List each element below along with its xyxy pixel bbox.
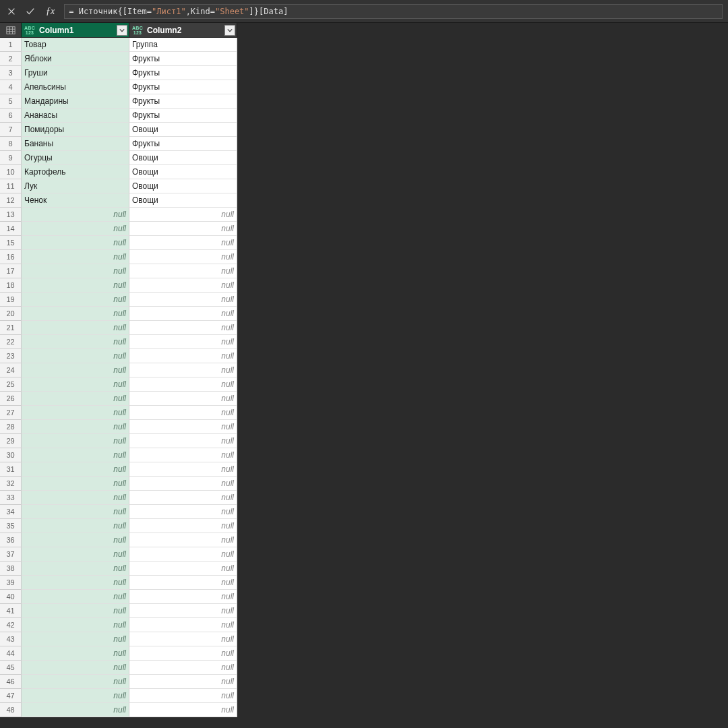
cell[interactable]: Овощи xyxy=(129,151,237,165)
cell[interactable]: null xyxy=(129,632,237,646)
cell[interactable]: null xyxy=(129,505,237,519)
column-type-button[interactable]: ABC123 xyxy=(129,23,146,37)
cell[interactable]: null xyxy=(22,675,129,689)
cell[interactable]: null xyxy=(22,562,129,576)
row-number[interactable]: 22 xyxy=(0,335,22,349)
cell[interactable]: null xyxy=(22,604,129,618)
cell[interactable]: null xyxy=(22,505,129,519)
row-number[interactable]: 38 xyxy=(0,562,22,576)
cell[interactable]: null xyxy=(22,646,129,661)
row-number[interactable]: 5 xyxy=(0,94,22,109)
row-number[interactable]: 43 xyxy=(0,632,22,646)
cell[interactable]: null xyxy=(129,576,237,590)
column-filter-button[interactable] xyxy=(117,25,127,36)
cell[interactable]: null xyxy=(22,278,129,293)
cell[interactable]: null xyxy=(129,675,237,689)
row-number[interactable]: 11 xyxy=(0,179,22,193)
cell[interactable]: Ананасы xyxy=(22,109,129,123)
cell[interactable]: null xyxy=(129,434,237,448)
cell[interactable]: Огурцы xyxy=(22,151,129,165)
cell[interactable]: null xyxy=(129,392,237,406)
cell[interactable]: null xyxy=(22,250,129,264)
cell[interactable]: null xyxy=(22,661,129,675)
cell[interactable]: null xyxy=(22,576,129,590)
cell[interactable]: null xyxy=(22,547,129,562)
cell[interactable]: null xyxy=(129,293,237,307)
row-number[interactable]: 35 xyxy=(0,519,22,533)
cell[interactable]: null xyxy=(129,462,237,477)
cell[interactable]: null xyxy=(129,236,237,250)
cell[interactable]: null xyxy=(22,618,129,632)
cell[interactable]: Помидоры xyxy=(22,123,129,137)
row-number[interactable]: 21 xyxy=(0,321,22,335)
row-number[interactable]: 45 xyxy=(0,661,22,675)
row-number[interactable]: 20 xyxy=(0,307,22,321)
row-number[interactable]: 13 xyxy=(0,208,22,222)
row-number[interactable]: 33 xyxy=(0,491,22,505)
row-number[interactable]: 37 xyxy=(0,547,22,562)
row-number[interactable]: 41 xyxy=(0,604,22,618)
cell[interactable]: Груши xyxy=(22,66,129,80)
cell[interactable]: null xyxy=(129,547,237,562)
row-number[interactable]: 8 xyxy=(0,137,22,151)
cell[interactable]: null xyxy=(129,363,237,377)
row-number[interactable]: 25 xyxy=(0,377,22,392)
row-number[interactable]: 28 xyxy=(0,420,22,434)
cell[interactable]: null xyxy=(22,293,129,307)
cell[interactable]: null xyxy=(129,562,237,576)
cell[interactable]: null xyxy=(22,377,129,392)
row-number[interactable]: 42 xyxy=(0,618,22,632)
row-number[interactable]: 9 xyxy=(0,151,22,165)
cell[interactable]: null xyxy=(22,363,129,377)
row-number[interactable]: 26 xyxy=(0,392,22,406)
cell[interactable]: null xyxy=(22,689,129,703)
row-number[interactable]: 47 xyxy=(0,689,22,703)
cell[interactable]: null xyxy=(22,590,129,604)
column-type-button[interactable]: ABC123 xyxy=(22,23,38,37)
cell[interactable]: null xyxy=(22,321,129,335)
cell[interactable]: null xyxy=(22,222,129,236)
cell[interactable]: null xyxy=(22,392,129,406)
row-number[interactable]: 3 xyxy=(0,66,22,80)
cell[interactable]: null xyxy=(129,377,237,392)
cell[interactable]: null xyxy=(22,477,129,491)
cell[interactable]: null xyxy=(129,604,237,618)
row-number[interactable]: 16 xyxy=(0,250,22,264)
row-number[interactable]: 39 xyxy=(0,576,22,590)
row-number[interactable]: 27 xyxy=(0,406,22,420)
cell[interactable]: null xyxy=(22,264,129,278)
cell[interactable]: null xyxy=(22,533,129,547)
cell[interactable]: Овощи xyxy=(129,179,237,193)
cell[interactable]: Лук xyxy=(22,179,129,193)
cell[interactable]: Ченок xyxy=(22,193,129,208)
cell[interactable]: null xyxy=(129,264,237,278)
row-number[interactable]: 14 xyxy=(0,222,22,236)
cell[interactable]: Апельсины xyxy=(22,80,129,94)
cell[interactable]: Группа xyxy=(129,38,237,52)
row-number[interactable]: 6 xyxy=(0,109,22,123)
row-number[interactable]: 12 xyxy=(0,193,22,208)
cell[interactable]: Овощи xyxy=(129,193,237,208)
cell[interactable]: Фрукты xyxy=(129,109,237,123)
row-number[interactable]: 10 xyxy=(0,165,22,179)
row-number[interactable]: 34 xyxy=(0,505,22,519)
cell[interactable]: Овощи xyxy=(129,165,237,179)
cell[interactable]: null xyxy=(129,703,237,717)
cell[interactable]: null xyxy=(129,420,237,434)
cell[interactable]: null xyxy=(22,349,129,363)
cell[interactable]: null xyxy=(129,208,237,222)
row-number[interactable]: 18 xyxy=(0,278,22,293)
cell[interactable]: null xyxy=(22,236,129,250)
cell[interactable]: null xyxy=(129,222,237,236)
cell[interactable]: null xyxy=(129,406,237,420)
cell[interactable]: null xyxy=(22,434,129,448)
cell[interactable]: null xyxy=(129,250,237,264)
cell[interactable]: Фрукты xyxy=(129,137,237,151)
cell[interactable]: null xyxy=(22,519,129,533)
cell[interactable]: Бананы xyxy=(22,137,129,151)
cell[interactable]: null xyxy=(22,406,129,420)
cell[interactable]: Яблоки xyxy=(22,52,129,66)
cell[interactable]: null xyxy=(22,703,129,717)
cell[interactable]: Фрукты xyxy=(129,52,237,66)
formula-cancel-button[interactable] xyxy=(5,5,18,18)
